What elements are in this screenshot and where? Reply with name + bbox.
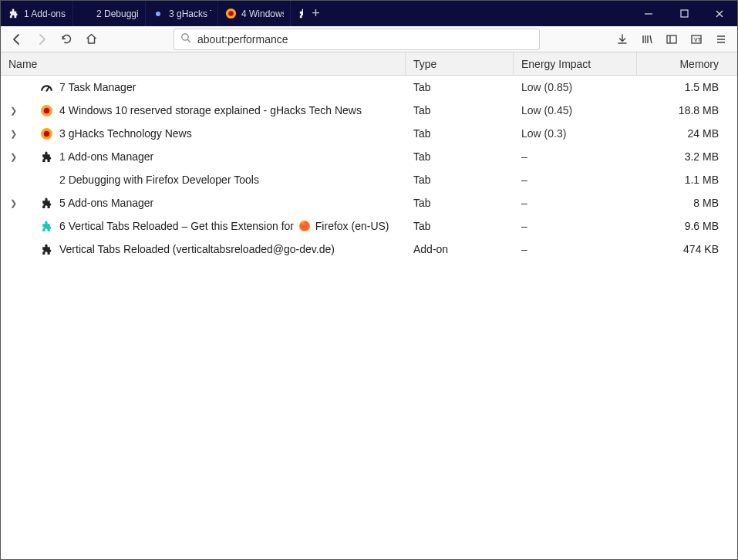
task-memory: 1.1 MB [637,174,737,186]
none-icon [39,173,53,187]
task-list: 7 Task ManagerTabLow (0.85)1.5 MB❯4 Wind… [1,76,737,261]
expand-twisty[interactable]: ❯ [8,198,18,208]
home-button[interactable] [79,29,103,50]
tab-label: 2 Debugging w [96,8,139,19]
task-row[interactable]: 7 Task ManagerTabLow (0.85)1.5 MB [1,76,737,99]
ghacks-icon [39,127,53,140]
task-name: Vertical Tabs Reloaded (verticaltabsrelo… [59,243,335,255]
firefox-icon [298,220,311,232]
new-tab-button[interactable]: + [303,1,329,26]
tab-strip: 1 Add-ons2 Debugging w3 gHacks T4 Window… [1,1,303,26]
svg-line-8 [187,39,190,42]
svg-point-18 [43,107,49,113]
header-energy[interactable]: Energy Impact [514,52,637,75]
svg-rect-4 [681,10,688,17]
task-memory: 1.5 MB [637,81,737,93]
task-type: Tab [406,174,514,186]
task-energy: – [514,243,637,255]
svg-point-7 [182,34,188,40]
task-row[interactable]: ❯4 Windows 10 reserved storage explained… [1,99,737,122]
ghacks-icon [224,8,237,20]
dot-icon [152,8,164,20]
tab-label: 1 Add-ons [24,8,66,19]
task-type: Tab [406,104,514,116]
task-name: 7 Task Manager [59,81,136,93]
task-energy: Low (0.3) [514,127,637,140]
puzzle-icon [7,8,19,20]
task-energy: – [514,174,637,186]
task-memory: 18.8 MB [637,104,737,116]
task-energy: – [514,150,637,163]
minimize-button[interactable] [631,1,666,26]
puzzle-icon [39,196,53,210]
none-icon [79,8,92,20]
task-memory: 474 KB [637,243,737,255]
app-menu-button[interactable] [709,29,733,50]
browser-tab[interactable]: 4 Windows [218,1,291,26]
downloads-button[interactable] [611,29,634,50]
teal-puzzle-icon [39,219,53,233]
svg-point-20 [43,130,49,136]
vtr-button[interactable]: VT [685,29,708,50]
browser-tab[interactable]: 2 Debugging w [73,1,146,26]
header-type[interactable]: Type [406,52,514,75]
task-memory: 8 MB [637,197,737,209]
task-type: Add-on [406,243,514,255]
task-row[interactable]: ❯1 Add-ons ManagerTab–3.2 MB [1,145,737,168]
gauge-icon [39,80,53,94]
task-type: Tab [406,127,514,140]
nav-toolbar: VT [1,26,737,52]
puzzle-icon [297,8,303,20]
task-row[interactable]: ❯3 gHacks Technology NewsTabLow (0.3)24 … [1,122,737,145]
ghacks-icon [39,103,53,117]
task-energy: Low (0.45) [514,104,637,116]
task-type: Tab [406,150,514,163]
task-type: Tab [406,197,514,209]
task-type: Tab [406,220,514,232]
browser-tab[interactable]: 3 gHacks T [146,1,218,26]
svg-text:VT: VT [694,37,702,42]
task-name: 1 Add-ons Manager [59,150,153,163]
task-energy: – [514,220,637,232]
sidebar-button[interactable] [660,29,683,50]
svg-point-1 [228,11,234,16]
task-row[interactable]: Vertical Tabs Reloaded (verticaltabsrelo… [1,238,737,261]
task-energy: Low (0.85) [514,81,637,93]
tab-label: 3 gHacks T [169,8,211,19]
task-row[interactable]: 6 Vertical Tabs Reloaded – Get this Exte… [1,214,737,238]
svg-line-16 [46,86,49,90]
task-name: 2 Debugging with Firefox Developer Tools [59,174,259,186]
expand-twisty[interactable]: ❯ [8,106,18,116]
expand-twisty[interactable]: ❯ [8,129,18,139]
task-name: 6 Vertical Tabs Reloaded – Get this Exte… [59,220,389,232]
task-memory: 9.6 MB [637,220,737,232]
titlebar: 1 Add-ons2 Debugging w3 gHacks T4 Window… [1,1,737,26]
task-name: 4 Windows 10 reserved storage explained … [59,104,362,116]
task-name: 3 gHacks Technology News [59,127,192,140]
puzzle-icon [39,242,53,256]
reload-button[interactable] [55,29,78,50]
task-memory: 24 MB [637,127,737,140]
header-memory[interactable]: Memory [637,52,737,75]
header-name[interactable]: Name [1,52,406,75]
svg-rect-9 [667,35,676,43]
column-headers: Name Type Energy Impact Memory [1,52,737,76]
puzzle-icon [39,150,53,164]
url-bar[interactable] [174,29,540,50]
close-window-button[interactable] [702,1,737,26]
task-energy: – [514,197,637,209]
maximize-button[interactable] [666,1,702,26]
expand-twisty[interactable]: ❯ [8,152,18,162]
url-input[interactable] [197,33,533,46]
search-icon [180,32,191,46]
forward-button[interactable] [30,29,53,50]
back-button[interactable] [5,29,29,50]
browser-tab[interactable]: 1 Add-ons [1,1,73,26]
library-button[interactable] [635,29,659,50]
task-name: 5 Add-ons Manager [59,197,153,209]
task-row[interactable]: 2 Debugging with Firefox Developer Tools… [1,168,737,191]
task-row[interactable]: ❯5 Add-ons ManagerTab–8 MB [1,191,737,214]
window-controls [631,1,737,26]
task-memory: 3.2 MB [637,150,737,163]
browser-tab[interactable]: 5 Add-ons [291,1,303,26]
